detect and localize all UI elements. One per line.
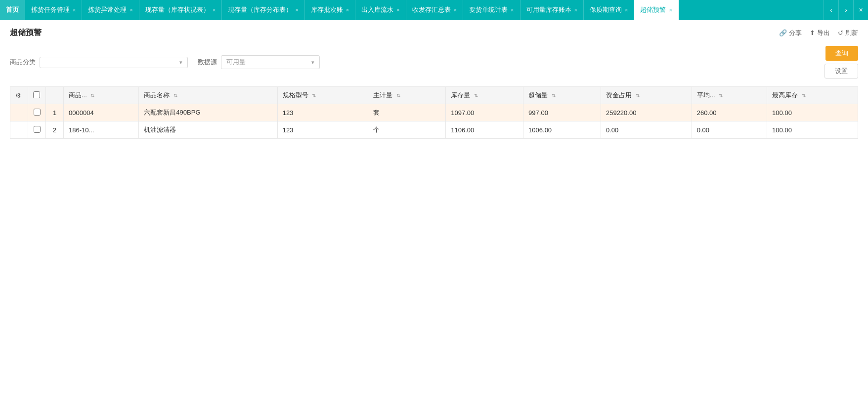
export-button[interactable]: ⬆ 导出 xyxy=(810,29,830,38)
filter-buttons: 查询 设置 xyxy=(825,46,858,79)
num-column-header xyxy=(46,87,64,104)
row-product-code: 0000004 xyxy=(64,104,139,121)
nav-tab-6[interactable]: 出入库流水 × xyxy=(355,0,406,20)
share-icon: 🔗 xyxy=(779,29,787,37)
datasource-select-value: 可用量 xyxy=(226,58,246,67)
nav-tab-4[interactable]: 现存量（库存分布表） × xyxy=(222,0,304,20)
row-avg: 260.00 xyxy=(692,104,767,121)
row-product-name: 六配套新昌490BPG xyxy=(139,104,277,121)
row-checkbox-cell[interactable] xyxy=(28,104,46,121)
page-content: 超储预警 🔗 分享 ⬆ 导出 ↺ 刷新 商品分类 ▾ 数据源 xyxy=(0,20,868,395)
row-spec: 123 xyxy=(277,121,368,139)
row-number: 1 xyxy=(46,104,64,121)
row-checkbox[interactable] xyxy=(34,109,41,116)
sort-icon: ⇅ xyxy=(90,93,94,98)
close-icon[interactable]: × xyxy=(511,7,514,13)
nav-arrows: ‹ › × xyxy=(824,0,868,20)
close-icon[interactable]: × xyxy=(213,7,216,13)
nav-tab-active[interactable]: 超储预警 × xyxy=(634,0,678,20)
category-select[interactable]: ▾ xyxy=(40,57,188,68)
sort-icon: ⇅ xyxy=(174,93,177,98)
row-stock: 1106.00 xyxy=(446,121,523,139)
nav-tab-5[interactable]: 库存批次账 × xyxy=(305,0,355,20)
datasource-select[interactable]: 可用量 ▾ xyxy=(221,55,320,69)
close-icon[interactable]: × xyxy=(295,7,298,13)
chevron-down-icon: ▾ xyxy=(311,59,314,66)
row-product-name: 机油滤清器 xyxy=(139,121,277,139)
sort-icon: ⇅ xyxy=(396,93,400,98)
datasource-filter-group: 数据源 可用量 ▾ xyxy=(198,55,320,69)
close-icon[interactable]: × xyxy=(625,7,628,13)
data-table: ⚙ 商品... ⇅ 商品名称 ⇅ 规格型号 ⇅ xyxy=(10,86,858,139)
nav-tab-9[interactable]: 可用量库存账本 × xyxy=(521,0,584,20)
close-icon[interactable]: × xyxy=(346,7,349,13)
row-avg: 0.00 xyxy=(692,121,767,139)
product-code-column-header[interactable]: 商品... ⇅ xyxy=(64,87,139,104)
sort-icon: ⇅ xyxy=(802,93,806,98)
settings-button[interactable]: 设置 xyxy=(825,64,858,79)
row-stock: 1097.00 xyxy=(446,104,523,121)
category-label: 商品分类 xyxy=(10,58,36,67)
nav-tab-10[interactable]: 保质期查询 × xyxy=(584,0,634,20)
row-capital: 0.00 xyxy=(601,121,692,139)
nav-tab-2[interactable]: 拣货异常处理 × xyxy=(82,0,139,20)
product-name-column-header[interactable]: 商品名称 ⇅ xyxy=(139,87,277,104)
sort-icon: ⇅ xyxy=(552,93,556,98)
row-unit: 个 xyxy=(368,121,446,139)
category-filter-group: 商品分类 ▾ xyxy=(10,57,188,68)
row-max-stock: 100.00 xyxy=(767,104,858,121)
share-button[interactable]: 🔗 分享 xyxy=(779,29,802,38)
query-button[interactable]: 查询 xyxy=(825,46,858,61)
chevron-down-icon: ▾ xyxy=(179,59,182,66)
sort-icon: ⇅ xyxy=(312,93,316,98)
sort-icon: ⇅ xyxy=(474,93,478,98)
sort-icon: ⇅ xyxy=(719,93,723,98)
close-icon[interactable]: × xyxy=(669,7,672,13)
table-header-row: ⚙ 商品... ⇅ 商品名称 ⇅ 规格型号 ⇅ xyxy=(10,87,858,104)
sort-icon: ⇅ xyxy=(636,93,640,98)
max-stock-column-header[interactable]: 最高库存 ⇅ xyxy=(767,87,858,104)
close-icon[interactable]: × xyxy=(73,7,76,13)
nav-tab-7[interactable]: 收发存汇总表 × xyxy=(406,0,463,20)
nav-tab-3[interactable]: 现存量（库存状况表） × xyxy=(139,0,222,20)
nav-tab-1[interactable]: 拣货任务管理 × xyxy=(25,0,82,20)
nav-close-arrow[interactable]: × xyxy=(853,0,868,20)
row-overstock: 1006.00 xyxy=(523,121,601,139)
nav-next-arrow[interactable]: › xyxy=(838,0,853,20)
row-number: 2 xyxy=(46,121,64,139)
row-overstock: 997.00 xyxy=(523,104,601,121)
row-gear-cell xyxy=(10,121,28,139)
refresh-button[interactable]: ↺ 刷新 xyxy=(838,29,858,38)
refresh-icon: ↺ xyxy=(838,29,843,37)
row-checkbox-cell[interactable] xyxy=(28,121,46,139)
gear-column-header[interactable]: ⚙ xyxy=(10,87,28,104)
close-icon[interactable]: × xyxy=(130,7,132,13)
row-max-stock: 100.00 xyxy=(767,121,858,139)
page-actions: 🔗 分享 ⬆ 导出 ↺ 刷新 xyxy=(779,29,858,38)
select-all-checkbox[interactable] xyxy=(33,91,40,98)
nav-home[interactable]: 首页 xyxy=(0,0,25,20)
overstock-column-header[interactable]: 超储量 ⇅ xyxy=(523,87,601,104)
close-icon[interactable]: × xyxy=(454,7,457,13)
close-icon[interactable]: × xyxy=(396,7,399,13)
page-title: 超储预警 xyxy=(10,28,42,38)
row-checkbox[interactable] xyxy=(34,126,41,133)
table-row: 2 186-10... 机油滤清器 123 个 1106.00 1006.00 … xyxy=(10,121,858,139)
gear-icon: ⚙ xyxy=(15,92,21,99)
row-gear-cell xyxy=(10,104,28,121)
nav-tab-8[interactable]: 要货单统计表 × xyxy=(463,0,520,20)
avg-column-header[interactable]: 平均... ⇅ xyxy=(692,87,767,104)
spec-column-header[interactable]: 规格型号 ⇅ xyxy=(277,87,368,104)
filter-row: 商品分类 ▾ 数据源 可用量 ▾ 查询 设置 xyxy=(10,46,858,79)
capital-column-header[interactable]: 资金占用 ⇅ xyxy=(601,87,692,104)
page-header: 超储预警 🔗 分享 ⬆ 导出 ↺ 刷新 xyxy=(10,28,858,38)
nav-prev-arrow[interactable]: ‹ xyxy=(824,0,838,20)
row-unit: 套 xyxy=(368,104,446,121)
row-spec: 123 xyxy=(277,104,368,121)
unit-column-header[interactable]: 主计量 ⇅ xyxy=(368,87,446,104)
table-row: 1 0000004 六配套新昌490BPG 123 套 1097.00 997.… xyxy=(10,104,858,121)
datasource-label: 数据源 xyxy=(198,58,217,67)
checkbox-column-header[interactable] xyxy=(28,87,46,104)
stock-column-header[interactable]: 库存量 ⇅ xyxy=(446,87,523,104)
close-icon[interactable]: × xyxy=(574,7,577,13)
